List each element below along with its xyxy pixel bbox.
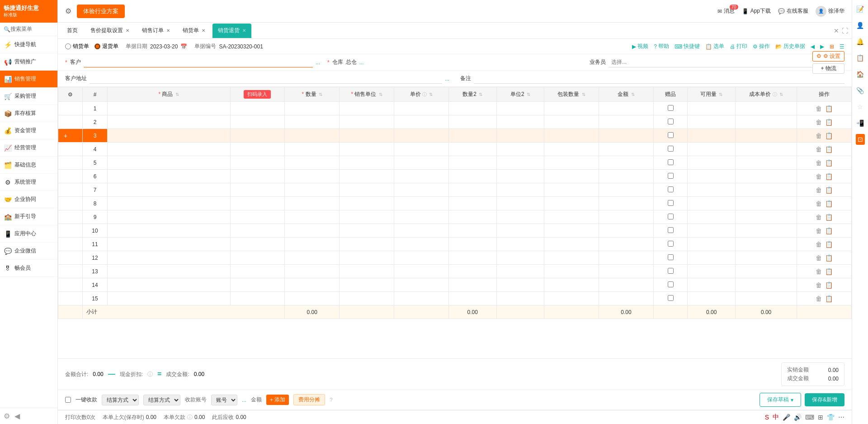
row-amount[interactable] [599,197,654,210]
right-icon-terminal[interactable]: ⊡ [856,134,865,145]
print-count-button[interactable]: 打印次数0次 [65,414,95,421]
row-amount[interactable] [599,265,654,278]
row-gift[interactable] [653,156,688,170]
sidebar-item-operations[interactable]: 📈 经营管理 [0,139,57,157]
row-product[interactable] [107,102,230,115]
customer-input[interactable] [84,57,313,67]
keyboard-icon[interactable]: ⌨ [805,414,814,421]
row-qty2[interactable] [448,251,496,265]
row-amount[interactable] [599,102,654,115]
gift-checkbox[interactable] [668,281,674,287]
copy-row-button[interactable]: 📋 [824,213,834,222]
cost-info-icon[interactable]: ⓘ [773,92,777,97]
row-unit2[interactable] [496,224,544,238]
delete-row-button[interactable]: 🗑 [815,281,823,290]
row-sale-unit[interactable] [340,210,394,224]
row-gear[interactable] [58,170,83,183]
product-input[interactable] [110,132,227,140]
tab-sales-delivery[interactable]: 销货单 ✕ [177,24,211,38]
gift-checkbox[interactable] [668,159,674,165]
right-icon-4[interactable]: 📋 [854,52,866,63]
gift-checkbox[interactable] [668,173,674,179]
sidebar-item-shortcut[interactable]: ⚡ 快捷导航 [0,36,57,53]
date-value[interactable]: 2023-03-20 [150,43,178,50]
row-qty[interactable] [285,265,340,278]
row-pkg-qty[interactable] [544,210,599,224]
row-gear[interactable] [58,143,83,156]
row-price[interactable] [394,265,449,278]
row-amount[interactable] [599,251,654,265]
row-unit2[interactable] [496,115,544,129]
sidebar-item-newbie[interactable]: 🏫 新手引导 [0,208,57,225]
row-available[interactable] [688,156,736,170]
delete-row-button[interactable]: 🗑 [815,131,823,140]
row-qty2[interactable] [448,210,496,224]
row-unit2[interactable] [496,170,544,183]
copy-row-button[interactable]: 📋 [824,281,834,290]
row-price[interactable] [394,143,449,156]
row-gift[interactable] [653,265,688,278]
gift-checkbox[interactable] [668,241,674,247]
row-amount[interactable] [599,292,654,305]
settings-button[interactable]: ⚙ ⚙ 设置 [812,51,844,62]
calendar-icon[interactable]: 📅 [180,43,187,50]
warehouse-select-btn[interactable]: ... [359,59,364,66]
row-qty2[interactable] [448,197,496,210]
sidebar-item-member[interactable]: 🎖 畅会员 [0,260,57,277]
print-button[interactable]: 🖨 打印 [730,43,747,50]
row-price[interactable] [394,210,449,224]
row-qty2[interactable] [448,115,496,129]
row-pkg-qty[interactable] [544,102,599,115]
row-amount[interactable] [599,210,654,224]
copy-row-button[interactable]: 📋 [824,145,834,154]
row-sale-unit[interactable] [340,183,394,197]
delete-row-button[interactable]: 🗑 [815,118,823,127]
gift-checkbox[interactable] [668,268,674,274]
row-qty2[interactable] [448,170,496,183]
copy-row-button[interactable]: 📋 [824,118,834,127]
row-gift[interactable] [653,183,688,197]
right-icon-2[interactable]: 👤 [854,20,866,31]
row-pkg-qty[interactable] [544,170,599,183]
row-price[interactable] [394,102,449,115]
row-qty[interactable] [285,197,340,210]
remark-input[interactable] [474,73,844,84]
gift-checkbox[interactable] [668,146,674,152]
row-pkg-qty[interactable] [544,278,599,292]
row-qty2[interactable] [448,156,496,170]
save-new-button[interactable]: 保存&新增 [805,393,844,406]
row-qty2[interactable] [448,278,496,292]
row-product[interactable] [107,197,230,210]
amount-sort-icon[interactable]: ⇅ [631,92,635,97]
copy-row-button[interactable]: 📋 [824,267,834,276]
row-cost-price[interactable] [736,115,797,129]
row-qty2[interactable] [448,292,496,305]
row-amount[interactable] [599,183,654,197]
row-product[interactable] [107,143,230,156]
row-cost-price[interactable] [736,156,797,170]
nav-prev-icon[interactable]: ◀ [811,43,815,50]
row-price[interactable] [394,251,449,265]
right-icon-5[interactable]: 🏠 [854,69,866,80]
row-pkg-qty[interactable] [544,224,599,238]
row-cost-price[interactable] [736,265,797,278]
add-button[interactable]: + 添加 [266,395,289,405]
row-gift[interactable] [653,170,688,183]
tab-sales-order[interactable]: 销售订单 ✕ [137,24,175,38]
row-product[interactable] [107,170,230,183]
history-button[interactable]: 📂 历史单据 [775,43,805,50]
logistics-button[interactable]: + 物流 [812,63,844,74]
shortcut-button[interactable]: ⌨ 快捷键 [675,43,700,50]
app-download-button[interactable]: 📱 App下载 [742,7,771,15]
radio-sales-return[interactable]: 退货单 [94,43,118,50]
row-price[interactable] [394,197,449,210]
row-gear[interactable] [58,238,83,251]
row-gift[interactable] [653,278,688,292]
row-sale-unit[interactable] [340,224,394,238]
expand-tab-button[interactable]: ⛶ [842,27,848,34]
sidebar-item-base[interactable]: 🗂️ 基础信息 [0,157,57,174]
delete-row-button[interactable]: 🗑 [815,158,823,167]
close-tab-button[interactable]: ✕ [834,27,839,34]
row-sale-unit[interactable] [340,238,394,251]
gift-checkbox[interactable] [668,186,674,192]
